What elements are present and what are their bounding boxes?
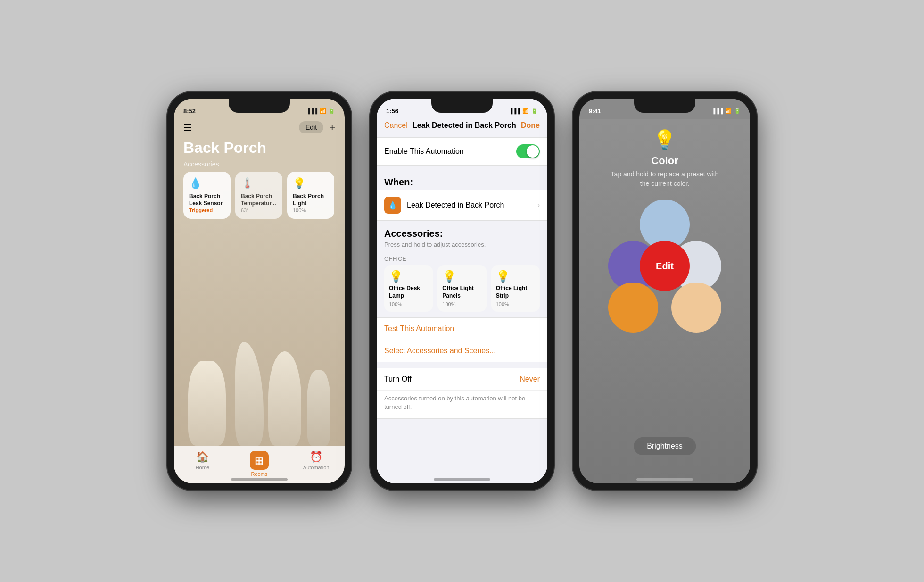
- brightness-button[interactable]: Brightness: [634, 437, 696, 455]
- acc-name-1: Back Porch Temperatur...: [241, 193, 277, 208]
- accessory-card-2[interactable]: 💡 Back Porch Light 100%: [287, 172, 334, 219]
- turn-off-label: Turn Off: [384, 375, 412, 383]
- leak-icon: 💧: [189, 177, 225, 190]
- phone-3: 9:41 ▐▐▐ 📶 🔋 💡 Color Tap and hold to rep…: [573, 92, 757, 490]
- test-automation-row[interactable]: Test This Automation: [377, 318, 547, 340]
- edit-button[interactable]: Edit: [299, 121, 323, 133]
- accessories-header-2: Accessories:: [384, 221, 540, 241]
- enable-section: Enable This Automation: [377, 137, 547, 166]
- signal-icon-3: ▐▐▐: [712, 108, 723, 114]
- turn-off-section: Turn Off Never Accessories turned on by …: [377, 368, 547, 418]
- office-acc-2[interactable]: 💡 Office Light Strip 100%: [491, 265, 540, 312]
- notch-2: [431, 99, 493, 113]
- rooms-tab-label: Rooms: [251, 471, 268, 477]
- test-automation-label: Test This Automation: [384, 324, 454, 333]
- turn-off-value: Never: [520, 375, 540, 383]
- enable-toggle[interactable]: [516, 144, 540, 158]
- office-icon-1: 💡: [442, 270, 481, 283]
- add-button[interactable]: +: [329, 121, 335, 133]
- color-circle-peach[interactable]: [671, 283, 721, 333]
- cancel-button[interactable]: Cancel: [384, 121, 408, 130]
- office-pct-1: 100%: [442, 301, 481, 307]
- color-circle-orange[interactable]: [608, 283, 658, 333]
- menu-icon[interactable]: ☰: [183, 122, 192, 133]
- office-acc-1[interactable]: 💡 Office Light Panels 100%: [437, 265, 486, 312]
- office-name-2: Office Light Strip: [496, 285, 535, 299]
- wifi-icon: 📶: [320, 108, 326, 114]
- home-indicator-1: [231, 478, 288, 481]
- wifi-icon-2: 📶: [522, 108, 529, 114]
- time-3: 9:41: [589, 108, 601, 115]
- tab-automation[interactable]: ⏰ Automation: [297, 451, 335, 470]
- light-icon: 💡: [293, 177, 329, 190]
- phone-2: 1:56 ▐▐▐ 📶 🔋 Cancel Leak Detected in Bac…: [370, 92, 554, 490]
- phone-1-screen: 8:52 ▐▐▐ 📶 🔋 ☰ Edit + Back Po: [174, 99, 345, 483]
- battery-icon-2: 🔋: [531, 108, 538, 114]
- wifi-icon-3: 📶: [725, 108, 732, 114]
- office-icon-0: 💡: [389, 270, 428, 283]
- accessory-card-0[interactable]: 💧 Back Porch Leak Sensor Triggered: [183, 172, 231, 219]
- accessories-label: Accessories: [174, 160, 345, 172]
- signal-icon: ▐▐▐: [306, 108, 317, 114]
- battery-icon: 🔋: [329, 108, 335, 114]
- when-header: When:: [377, 169, 547, 190]
- color-circle-edit[interactable]: Edit: [640, 241, 690, 291]
- accessories-section-2: Accessories: Press and hold to adjust ac…: [377, 221, 547, 312]
- status-icons-1: ▐▐▐ 📶 🔋: [306, 108, 335, 114]
- notch-3: [634, 99, 695, 113]
- color-subtitle: Tap and hold to replace a preset with th…: [608, 170, 721, 188]
- trigger-row[interactable]: 💧 Leak Detected in Back Porch ›: [377, 190, 547, 221]
- rooms-tab-icon: ▦: [255, 455, 264, 466]
- time-1: 8:52: [183, 108, 196, 115]
- enable-row: Enable This Automation: [377, 138, 547, 165]
- phone-3-screen: 9:41 ▐▐▐ 📶 🔋 💡 Color Tap and hold to rep…: [579, 99, 750, 483]
- home-tab-label: Home: [196, 465, 209, 470]
- phone3-inner: 💡 Color Tap and hold to replace a preset…: [579, 119, 750, 483]
- office-name-0: Office Desk Lamp: [389, 285, 428, 299]
- accessory-card-1[interactable]: 🌡️ Back Porch Temperatur... 63°: [235, 172, 282, 219]
- room-label-2: OFFICE: [384, 252, 540, 265]
- office-pct-2: 100%: [496, 301, 535, 307]
- tab-bar: 🏠 Home ▦ Rooms ⏰ Automation: [174, 446, 345, 483]
- phone-1: 8:52 ▐▐▐ 📶 🔋 ☰ Edit + Back Po: [167, 92, 351, 490]
- nav-right: Edit +: [299, 121, 335, 133]
- acc-name-0: Back Porch Leak Sensor: [189, 193, 225, 208]
- select-accessories-row[interactable]: Select Accessories and Scenes...: [377, 340, 547, 362]
- phone2-scroll[interactable]: Enable This Automation When: 💧 Leak Dete…: [377, 133, 547, 483]
- home-indicator-3: [636, 478, 693, 481]
- home-indicator-2: [434, 478, 490, 481]
- status-icons-2: ▐▐▐ 📶 🔋: [509, 108, 538, 114]
- battery-icon-3: 🔋: [734, 108, 741, 114]
- room-title: Back Porch: [174, 137, 345, 160]
- turn-off-desc: Accessories turned on by this automation…: [377, 391, 547, 418]
- light-bulb-icon: 💡: [653, 129, 676, 151]
- tab-rooms[interactable]: ▦ Rooms: [240, 451, 278, 477]
- vase-2: [235, 342, 264, 446]
- tab-home[interactable]: 🏠 Home: [183, 451, 221, 470]
- temp-icon: 🌡️: [241, 177, 277, 190]
- signal-icon-2: ▐▐▐: [509, 108, 520, 114]
- color-circles: Edit: [599, 200, 731, 346]
- trigger-chevron: ›: [537, 201, 540, 209]
- nav-bar-2: Cancel Leak Detected in Back Porch Done: [377, 119, 547, 133]
- vase-4: [307, 370, 330, 446]
- turn-off-row[interactable]: Turn Off Never: [377, 368, 547, 391]
- vase-3: [268, 351, 301, 446]
- office-pct-0: 100%: [389, 301, 428, 307]
- color-picker: 💡 Color Tap and hold to replace a preset…: [589, 119, 740, 483]
- acc-status-2: 100%: [293, 208, 329, 213]
- status-icons-3: ▐▐▐ 📶 🔋: [712, 108, 741, 114]
- rooms-tab-box: ▦: [250, 451, 269, 470]
- vase-1: [188, 361, 226, 446]
- automation-tab-label: Automation: [303, 465, 330, 470]
- done-button[interactable]: Done: [521, 121, 540, 130]
- phone1-nav: ☰ Edit +: [174, 119, 345, 137]
- edit-label: Edit: [656, 261, 674, 272]
- color-title: Color: [651, 155, 678, 167]
- acc-status-1: 63°: [241, 208, 277, 213]
- phone-2-screen: 1:56 ▐▐▐ 📶 🔋 Cancel Leak Detected in Bac…: [377, 99, 547, 483]
- office-acc-0[interactable]: 💡 Office Desk Lamp 100%: [384, 265, 433, 312]
- acc-name-2: Back Porch Light: [293, 193, 329, 208]
- trigger-text: Leak Detected in Back Porch: [407, 201, 532, 209]
- time-2: 1:56: [386, 108, 398, 115]
